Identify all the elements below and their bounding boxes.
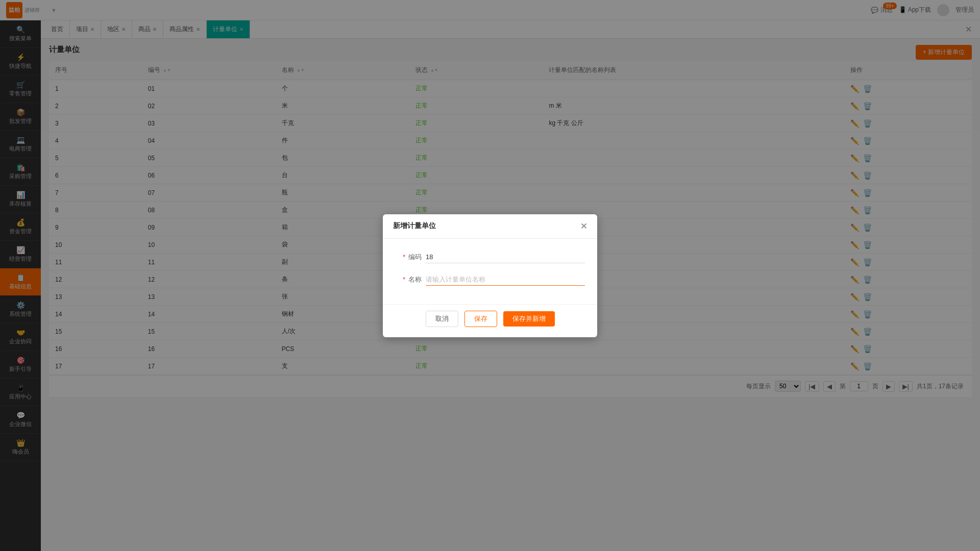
form-row-name: * 名称 xyxy=(395,273,585,286)
save-button[interactable]: 保存 xyxy=(464,311,497,327)
modal-body: * 编码 * 名称 xyxy=(383,239,597,304)
name-label-text: 名称 xyxy=(408,276,422,283)
form-row-code: * 编码 xyxy=(395,251,585,263)
code-label-text: 编码 xyxy=(408,253,422,261)
modal-overlay[interactable]: 新增计量单位 ✕ * 编码 * 名称 取消 保存 保存并新增 xyxy=(0,0,980,551)
name-required-star: * xyxy=(403,276,405,283)
name-input[interactable] xyxy=(426,273,585,286)
code-input[interactable] xyxy=(426,251,585,263)
cancel-button[interactable]: 取消 xyxy=(426,311,458,327)
code-required-star: * xyxy=(403,253,405,261)
save-and-add-button[interactable]: 保存并新增 xyxy=(503,311,555,327)
name-label: * 名称 xyxy=(395,275,426,284)
modal-header: 新增计量单位 ✕ xyxy=(383,214,597,239)
modal-footer: 取消 保存 保存并新增 xyxy=(383,304,597,337)
add-unit-modal: 新增计量单位 ✕ * 编码 * 名称 取消 保存 保存并新增 xyxy=(383,214,597,337)
code-label: * 编码 xyxy=(395,253,426,262)
modal-title: 新增计量单位 xyxy=(393,221,436,231)
modal-close-btn[interactable]: ✕ xyxy=(580,221,587,231)
